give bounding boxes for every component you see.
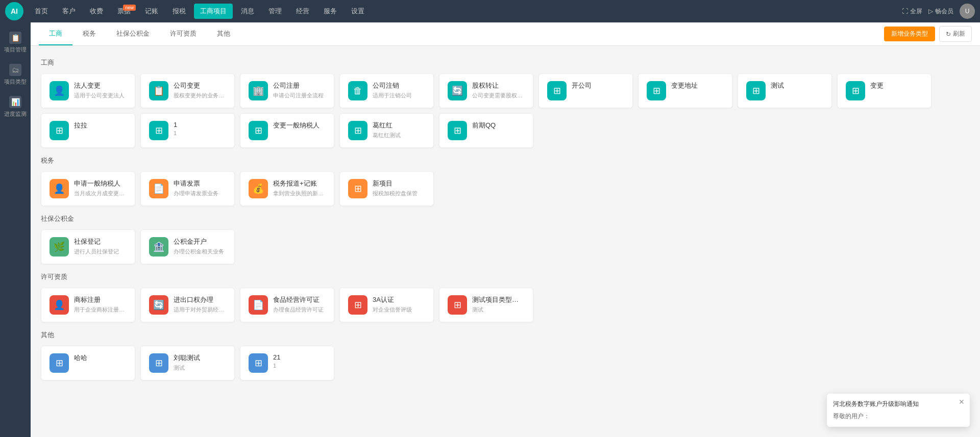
card-title: 法人变更 [74,81,127,90]
user-avatar[interactable]: U [960,4,975,19]
card-葛红红[interactable]: ⊞葛红红葛红红测试 [339,113,434,148]
card-desc: 测试 [472,306,525,314]
section-税务: 税务👤申请一般纳税人当月或次月成变更完成📄申请发票办理申请发票业务💰税务报道+记… [41,156,970,206]
card-title: 开公司 [572,81,624,90]
sidebar-item-项目类型[interactable]: 🗂 项目类型 [2,60,29,90]
card-title: 食品经营许可证 [273,295,326,304]
vip-button[interactable]: ▷ 畅会员 [928,7,953,16]
tab-其他[interactable]: 其他 [207,22,240,45]
card-股权转让[interactable]: 🔄股权转让公司变更需要股权转让 [439,73,533,108]
nav-items: 首页客户收费票据new记账报税工商项目消息管理经营服务设置 [29,4,902,19]
card-title: 21 [273,353,326,361]
card-title: 变更一般纳税人 [273,121,326,130]
sidebar-item-进度监测[interactable]: 📊 进度监测 [2,92,29,122]
cards-grid: 👤申请一般纳税人当月或次月成变更完成📄申请发票办理申请发票业务💰税务报道+记账拿… [41,171,970,206]
card-前期QQ[interactable]: ⊞前期QQ [439,113,533,148]
card-title: 拉拉 [74,121,127,130]
nav-item-管理[interactable]: 管理 [262,4,288,19]
card-3A认证[interactable]: ⊞3A认证对企业信誉评级 [339,288,434,322]
card-公积金开户[interactable]: 🏦公积金开户办理公积金相关业务 [140,229,235,264]
card-desc: 葛红红测试 [373,132,425,139]
nav-item-票据[interactable]: 票据new [111,4,137,19]
notification-close-button[interactable]: ✕ [959,398,965,406]
card-刘聪测试[interactable]: ⊞刘聪测试测试 [140,346,235,380]
nav-item-客户[interactable]: 客户 [56,4,82,19]
card-desc: 1 [174,130,226,136]
card-税务报道+记账[interactable]: 💰税务报道+记账拿到营业执照的新公司 [240,171,334,206]
card-desc: 申请公司注册全流程 [273,92,326,99]
fullscreen-button[interactable]: ⛶ 全屏 [902,7,922,16]
card-21[interactable]: ⊞211 [240,346,334,380]
card-申请发票[interactable]: 📄申请发票办理申请发票业务 [140,171,235,206]
card-desc: 1 [273,363,326,369]
nav-item-收费[interactable]: 收费 [84,4,109,19]
sidebar: 📋 项目管理 🗂 项目类型 📊 进度监测 [0,22,31,437]
card-title: 1 [174,121,226,128]
sidebar-icon: 🗂 [9,64,21,76]
card-title: 公积金开户 [174,237,226,246]
sidebar-item-项目管理[interactable]: 📋 项目管理 [2,28,29,58]
card-测试[interactable]: ⊞测试 [738,73,832,108]
card-社保登记[interactable]: 🌿社保登记进行人员社保登记 [41,229,135,264]
nav-item-工商项目[interactable]: 工商项目 [194,4,233,19]
card-title: 测试 [771,81,823,90]
nav-item-消息[interactable]: 消息 [235,4,260,19]
card-icon: 🗑 [348,81,368,100]
card-title: 股权转让 [472,81,525,90]
card-进出口权办理[interactable]: 🔄进出口权办理适用于对外贸易经营者 [140,288,235,322]
nav-item-首页[interactable]: 首页 [29,4,54,19]
card-变更地址[interactable]: ⊞变更地址 [638,73,732,108]
card-申请一般纳税人[interactable]: 👤申请一般纳税人当月或次月成变更完成 [41,171,135,206]
card-拉拉[interactable]: ⊞拉拉 [41,113,135,148]
card-title: 商标注册 [74,295,127,304]
card-icon: ⊞ [846,81,865,100]
card-icon: 🔄 [448,81,467,100]
sidebar-label: 项目类型 [4,78,27,86]
nav-item-设置[interactable]: 设置 [345,4,371,19]
tab-bar: 工商税务社保公积金许可资质其他 新增业务类型 ↻ 刷新 [31,22,980,46]
card-icon: ⊞ [249,353,268,373]
page-content: 工商👤法人变更适用于公司变更法人📋公司变更股权变更外的业务变更🏢公司注册申请公司… [31,46,980,437]
section-其他: 其他⊞哈哈⊞刘聪测试测试⊞211 [41,330,970,380]
nav-item-记账[interactable]: 记账 [139,4,164,19]
card-title: 3A认证 [373,295,425,304]
card-公司变更[interactable]: 📋公司变更股权变更外的业务变更 [140,73,235,108]
section-title: 社保公积金 [41,214,970,223]
card-变更[interactable]: ⊞变更 [837,73,932,108]
card-icon: 👤 [50,81,69,100]
card-变更一般纳税人[interactable]: ⊞变更一般纳税人 [240,113,334,148]
nav-item-经营[interactable]: 经营 [290,4,315,19]
card-食品经营许可证[interactable]: 📄食品经营许可证办理食品经营许可证 [240,288,334,322]
card-icon: 📋 [149,81,168,100]
card-desc: 报税加税控盘保管 [373,190,425,197]
card-新项目[interactable]: ⊞新项目报税加税控盘保管 [339,171,434,206]
card-icon: 💰 [249,179,268,198]
card-1[interactable]: ⊞11 [140,113,235,148]
nav-item-服务[interactable]: 服务 [317,4,343,19]
refresh-button[interactable]: ↻ 刷新 [939,26,972,42]
card-商标注册[interactable]: 👤商标注册用于企业商标注册服务 [41,288,135,322]
card-公司注册[interactable]: 🏢公司注册申请公司注册全流程 [240,73,334,108]
tab-社保公积金[interactable]: 社保公积金 [106,22,160,45]
card-desc: 适用于对外贸易经营者 [174,306,226,314]
card-法人变更[interactable]: 👤法人变更适用于公司变更法人 [41,73,135,108]
card-desc: 股权变更外的业务变更 [174,92,226,99]
tabs: 工商税务社保公积金许可资质其他 [39,22,240,45]
card-测试项目类型目定义[interactable]: ⊞测试项目类型目定义测试 [439,288,533,322]
tab-税务[interactable]: 税务 [72,22,106,45]
tab-工商[interactable]: 工商 [39,22,72,45]
notification-title: 河北税务数字账户升级影响通知 [833,400,964,408]
card-开公司[interactable]: ⊞开公司 [538,73,633,108]
card-desc: 测试 [174,364,226,372]
sidebar-icon: 📋 [9,32,21,44]
tab-许可资质[interactable]: 许可资质 [160,22,207,45]
card-哈哈[interactable]: ⊞哈哈 [41,346,135,380]
card-icon: ⊞ [448,121,467,140]
tab-actions: 新增业务类型 ↻ 刷新 [884,26,972,42]
nav-item-报税[interactable]: 报税 [166,4,192,19]
card-icon: ⊞ [249,121,268,140]
cards-grid: 👤商标注册用于企业商标注册服务🔄进出口权办理适用于对外贸易经营者📄食品经营许可证… [41,288,970,322]
new-type-button[interactable]: 新增业务类型 [884,27,935,41]
card-公司注销[interactable]: 🗑公司注销适用于注销公司 [339,73,434,108]
card-desc: 适用于公司变更法人 [74,92,127,99]
